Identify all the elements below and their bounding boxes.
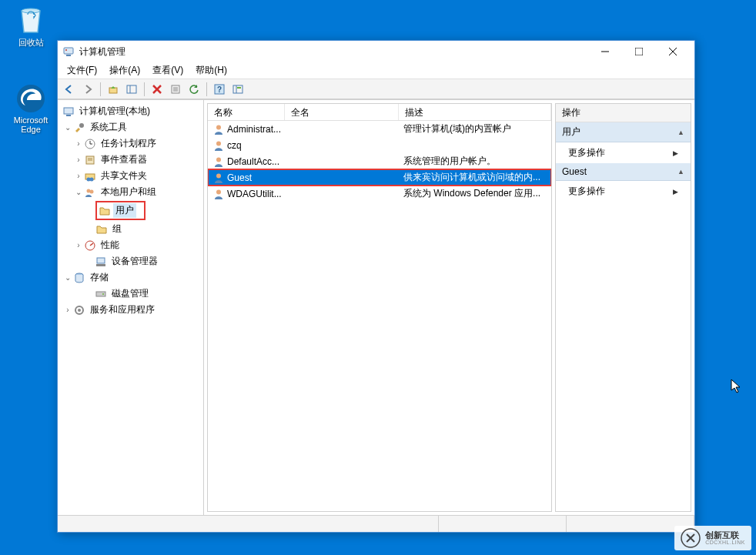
- toolbar-separator: [206, 82, 207, 96]
- computer-icon: [62, 105, 75, 118]
- tree-local-users-groups[interactable]: ⌄ 本地用户和组: [59, 184, 202, 200]
- user-name: Administrat...: [227, 124, 281, 135]
- svg-rect-24: [66, 115, 71, 116]
- export-list-button[interactable]: [229, 81, 246, 98]
- expander-icon[interactable]: ⌄: [62, 123, 73, 132]
- user-icon: [212, 172, 225, 184]
- actions-section-label: 用户: [562, 125, 580, 139]
- svg-rect-40: [96, 264, 105, 266]
- expander-icon[interactable]: ›: [73, 241, 84, 249]
- user-fullname: [285, 160, 399, 163]
- tree-services-apps[interactable]: › 服务和应用程序: [59, 302, 202, 318]
- tree-performance[interactable]: › 性能: [59, 237, 202, 253]
- svg-point-36: [90, 189, 94, 193]
- svg-point-45: [78, 309, 81, 312]
- actions-more-2[interactable]: 更多操作 ▶: [556, 181, 691, 202]
- desktop-edge[interactable]: Microsoft Edge: [8, 83, 54, 134]
- help-button[interactable]: ?: [211, 81, 228, 98]
- properties-button[interactable]: [167, 81, 184, 98]
- tree-system-tools[interactable]: ⌄ 系统工具: [59, 119, 202, 135]
- menu-file[interactable]: 文件(F): [61, 62, 103, 79]
- header-desc[interactable]: 描述: [399, 104, 551, 120]
- user-name: DefaultAcc...: [227, 156, 279, 167]
- tree-device-manager[interactable]: · 设备管理器: [59, 253, 202, 269]
- menu-help[interactable]: 帮助(H): [189, 62, 233, 79]
- list-row[interactable]: Administrat...管理计算机(域)的内置帐户: [208, 121, 551, 137]
- svg-point-4: [65, 49, 67, 51]
- nav-forward-button[interactable]: [79, 81, 96, 98]
- close-button[interactable]: [656, 41, 690, 62]
- header-fullname[interactable]: 全名: [285, 104, 399, 120]
- actions-more-label: 更多操作: [568, 146, 605, 159]
- watermark-brand: 创新互联: [705, 530, 745, 540]
- maximize-button[interactable]: [622, 41, 656, 62]
- tree-task-scheduler[interactable]: › 任务计划程序: [59, 135, 202, 152]
- user-fullname: [285, 176, 399, 179]
- list-row[interactable]: WDAGUtilit...系统为 Windows Defender 应用...: [208, 186, 551, 202]
- svg-rect-2: [64, 48, 73, 54]
- content-area: 计算机管理(本地) ⌄ 系统工具 › 任务计划程序 › 事件查看器 › 共享文件…: [58, 99, 694, 515]
- tree-users-label: 用户: [113, 203, 136, 218]
- expander-icon[interactable]: ⌄: [73, 188, 84, 196]
- expander-icon[interactable]: ›: [62, 306, 73, 314]
- expander-icon[interactable]: ›: [73, 172, 84, 180]
- tree-storage[interactable]: ⌄ 存储: [59, 269, 202, 286]
- delete-button[interactable]: [149, 81, 166, 98]
- window-title: 计算机管理: [79, 45, 588, 59]
- svg-point-0: [22, 8, 40, 13]
- menu-view[interactable]: 查看(V): [146, 62, 189, 79]
- list-body[interactable]: Administrat...管理计算机(域)的内置帐户czqDefaultAcc…: [208, 121, 551, 511]
- shared-folder-icon: [84, 170, 96, 182]
- watermark-logon-icon: [681, 528, 701, 548]
- titlebar[interactable]: 计算机管理: [58, 41, 694, 62]
- menu-action[interactable]: 操作(A): [103, 62, 146, 79]
- storage-icon: [73, 272, 85, 284]
- actions-section-users[interactable]: 用户 ▲: [556, 122, 691, 142]
- tree-groups-label: 组: [110, 222, 124, 236]
- disk-icon: [95, 288, 107, 300]
- desktop-recycle-bin[interactable]: 回收站: [8, 5, 54, 48]
- refresh-button[interactable]: [186, 81, 202, 98]
- performance-icon: [84, 239, 96, 252]
- tree-users[interactable]: 用户: [59, 200, 202, 221]
- expander-icon[interactable]: ⌄: [62, 273, 73, 282]
- actions-section-guest[interactable]: Guest ▲: [556, 163, 691, 181]
- show-hide-tree-button[interactable]: [123, 81, 140, 98]
- folder-icon: [99, 205, 111, 217]
- tree-root[interactable]: 计算机管理(本地): [59, 103, 202, 119]
- expander-icon[interactable]: ›: [73, 155, 84, 164]
- tree-shared-folders[interactable]: › 共享文件夹: [59, 168, 202, 184]
- list-header: 名称 全名 描述: [208, 104, 551, 121]
- event-icon: [84, 154, 96, 166]
- svg-rect-22: [237, 87, 241, 89]
- recycle-bin-label: 回收站: [8, 37, 54, 48]
- list-row[interactable]: DefaultAcc...系统管理的用户帐户。: [208, 153, 551, 169]
- user-icon: [212, 155, 225, 168]
- svg-point-46: [216, 125, 221, 129]
- list-panel: 名称 全名 描述 Administrat...管理计算机(域)的内置帐户czqD…: [207, 103, 552, 512]
- tree-disk-management[interactable]: · 磁盘管理: [59, 286, 202, 302]
- expander-icon[interactable]: ›: [73, 139, 84, 148]
- tree-panel[interactable]: 计算机管理(本地) ⌄ 系统工具 › 任务计划程序 › 事件查看器 › 共享文件…: [58, 100, 204, 515]
- up-one-level-button[interactable]: [105, 81, 122, 98]
- collapse-icon: ▲: [677, 129, 684, 136]
- tree-event-viewer[interactable]: › 事件查看器: [59, 152, 202, 168]
- header-name[interactable]: 名称: [208, 104, 285, 120]
- list-row[interactable]: czq: [208, 137, 551, 153]
- actions-header: 操作: [556, 104, 691, 122]
- edge-label: Microsoft Edge: [8, 115, 54, 134]
- svg-rect-42: [96, 292, 105, 296]
- tree-groups[interactable]: 组: [59, 221, 202, 237]
- actions-more-1[interactable]: 更多操作 ▶: [556, 142, 691, 163]
- recycle-bin-icon: [15, 5, 46, 35]
- submenu-icon: ▶: [673, 149, 678, 157]
- user-desc: 系统管理的用户帐户。: [399, 153, 551, 169]
- nav-back-button[interactable]: [61, 81, 78, 98]
- minimize-button[interactable]: [588, 41, 622, 62]
- status-segment: [58, 516, 439, 532]
- list-row[interactable]: Guest供来宾访问计算机或访问域的内...: [208, 169, 551, 186]
- toolbar-separator: [100, 82, 101, 96]
- user-icon: [212, 188, 225, 200]
- user-icon: [212, 139, 225, 152]
- tree-label: 系统工具: [88, 120, 129, 135]
